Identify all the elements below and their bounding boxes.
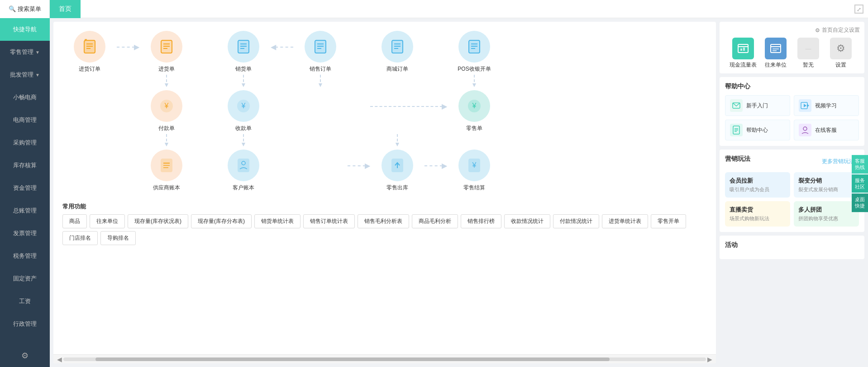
sidebar-item-invoice[interactable]: 发票管理 — [0, 222, 50, 245]
mkt-card-live[interactable]: 直播卖货 场景式购物新玩法 — [725, 201, 790, 227]
sidebar-item-label: 资金管理 — [13, 184, 37, 192]
cf-btn-sales-stat[interactable]: 销货单统计表 — [254, 214, 300, 228]
sidebar-item-ledger[interactable]: 总账管理 — [0, 199, 50, 222]
node-retail-settle[interactable]: ¥ 零售结算 — [447, 150, 501, 192]
qa-settings-btn[interactable]: ⚙ 首页自定义设置 — [815, 26, 860, 34]
scroll-left-btn[interactable]: ◀ — [56, 356, 63, 363]
cf-btn-receipt-stat[interactable]: 收款情况统计 — [504, 214, 550, 228]
node-label-purchase: 进货单 — [158, 65, 175, 73]
help-icon-video — [799, 99, 811, 112]
sidebar-item-wholesale[interactable]: 批发管理 ▼ — [0, 63, 50, 86]
scroll-right-btn[interactable]: ▶ — [706, 356, 714, 363]
cf-btn-guide-rank[interactable]: 导购排名 — [100, 231, 136, 245]
activity-title: 活动 — [725, 241, 859, 249]
node-icon-retail: ¥ — [458, 90, 490, 122]
sidebar-item-ecommerce[interactable]: 电商管理 — [0, 109, 50, 131]
mkt-card-group[interactable]: 多人拼团 拼团购物享受优惠 — [794, 201, 859, 227]
sidebar-item-salary[interactable]: 工资 — [0, 290, 50, 313]
qa-grid: 现金流量表 往来单位 — 暂无 ⚙ 设置 — [724, 38, 860, 69]
marketing: 营销玩法 更多营销玩法 > 会员拉新 吸引用户成为会员 裂变分销 裂变式发展分销… — [720, 150, 864, 232]
floating-buttons: 客服热线 服务社区 桌面快捷 — [852, 155, 868, 212]
node-purchase[interactable]: 进货单 — [139, 31, 194, 73]
help-item-beginner[interactable]: 新手入门 — [725, 95, 790, 116]
cf-btn-goods[interactable]: 商品 — [62, 214, 87, 228]
cf-btn-order-stat[interactable]: 销售订单统计表 — [303, 214, 355, 228]
workflow-scrollbar: ◀ ▶ — [53, 354, 716, 363]
cf-btn-goods-profit[interactable]: 商品毛利分析 — [412, 214, 458, 228]
node-customer-account[interactable]: 客户账本 — [216, 150, 271, 192]
node-icon-purchase-order — [74, 31, 105, 63]
qa-label-cashflow: 现金流量表 — [730, 61, 757, 69]
help-label-helpcenter: 帮助中心 — [746, 126, 768, 134]
node-sales-order[interactable]: 销售订单 — [293, 31, 348, 73]
cf-btn-sales-profit[interactable]: 销售毛利分析表 — [358, 214, 409, 228]
content-area: 进货订单 ▶ 进货单 — [50, 18, 868, 367]
chevron-down-icon: ▼ — [35, 72, 40, 77]
cf-btn-store-rank[interactable]: 门店排名 — [62, 231, 98, 245]
node-receipt[interactable]: ¥ 收款单 — [216, 90, 271, 132]
sidebar-item-tax[interactable]: 税务管理 — [0, 245, 50, 267]
float-btn-community[interactable]: 服务社区 — [852, 174, 868, 193]
svg-rect-40 — [238, 159, 249, 172]
help-item-online-support[interactable]: 在线客服 — [794, 120, 859, 140]
help-item-video[interactable]: 视频学习 — [794, 95, 859, 116]
sidebar-item-label: 工资 — [19, 297, 31, 305]
sidebar-settings-btn[interactable]: ⚙ — [0, 344, 50, 367]
node-sales[interactable]: 销货单 — [216, 31, 271, 73]
float-btn-desktop[interactable]: 桌面快捷 — [852, 193, 868, 212]
qa-item-partners[interactable]: 往来单位 — [761, 38, 790, 69]
qa-item-settings[interactable]: ⚙ 设置 — [826, 38, 855, 69]
node-label-retail-settle: 零售结算 — [463, 184, 485, 192]
cf-btn-sales-rank[interactable]: 销售排行榜 — [461, 214, 501, 228]
node-payment[interactable]: ¥ 付款单 — [139, 90, 194, 132]
node-icon-retail-out — [382, 150, 413, 181]
cf-btn-purchase-stat[interactable]: 进货单统计表 — [602, 214, 648, 228]
sidebar-item-retail[interactable]: 零售管理 ▼ — [0, 41, 50, 63]
home-tab[interactable]: 首页 — [50, 0, 81, 18]
sidebar-item-fixedassets[interactable]: 固定资产 — [0, 267, 50, 290]
help-item-helpcenter[interactable]: 帮助中心 — [725, 120, 790, 140]
help-icon-mail — [730, 99, 743, 112]
sidebar-item-label: 固定资产 — [13, 275, 37, 283]
mkt-desc-group: 拼团购物享受优惠 — [798, 215, 854, 222]
node-shop-order[interactable]: 商城订单 — [370, 31, 424, 73]
cf-btn-retail-order[interactable]: 零售开单 — [651, 214, 686, 228]
sidebar-item-purchase[interactable]: 采购管理 — [0, 131, 50, 154]
help-center-title: 帮助中心 — [725, 82, 859, 91]
float-label-support: 客服热线 — [855, 158, 865, 170]
sidebar-item-xiaochang[interactable]: 小畅电商 — [0, 86, 50, 109]
sidebar-item-quicknav[interactable]: 快捷导航 — [0, 18, 50, 41]
sidebar-item-finance[interactable]: 资金管理 — [0, 177, 50, 199]
mkt-card-member[interactable]: 会员拉新 吸引用户成为会员 — [725, 172, 790, 198]
node-pos[interactable]: POS收银开单 — [447, 31, 501, 73]
help-label-beginner: 新手入门 — [746, 102, 768, 110]
node-retail-out[interactable]: 零售出库 — [370, 150, 424, 192]
node-retail[interactable]: ¥ 零售单 — [447, 90, 501, 132]
mkt-desc-live: 场景式购物新玩法 — [730, 215, 786, 222]
node-supplier-account[interactable]: 供应商账本 — [139, 150, 194, 192]
node-label-payment: 付款单 — [158, 125, 175, 132]
float-label-community: 服务社区 — [855, 178, 865, 189]
sidebar-item-admin[interactable]: 行政管理 — [0, 313, 50, 335]
node-label-retail-out: 零售出库 — [386, 184, 408, 192]
cf-btn-stock2[interactable]: 现存量(库存分布表) — [191, 214, 252, 228]
mkt-card-fission[interactable]: 裂变分销 裂变式发展分销商 — [794, 172, 859, 198]
qa-icon-settings: ⚙ — [830, 38, 852, 59]
search-menu[interactable]: 🔍 搜索菜单 — [0, 0, 50, 18]
sidebar-item-inventory[interactable]: 库存核算 — [0, 154, 50, 177]
node-purchase-order[interactable]: 进货订单 — [62, 31, 117, 73]
float-btn-support[interactable]: 客服热线 — [852, 155, 868, 174]
svg-text:¥: ¥ — [164, 102, 169, 110]
node-icon-payment: ¥ — [151, 90, 182, 122]
node-label-supplier-account: 供应商账本 — [153, 184, 180, 192]
qa-item-cashflow[interactable]: 现金流量表 — [729, 38, 758, 69]
cf-btn-stock1[interactable]: 现存量(库存状况表) — [128, 214, 188, 228]
fullscreen-icon[interactable]: ⤢ — [854, 5, 863, 14]
scrollbar-track[interactable] — [63, 357, 706, 361]
cf-btn-partners[interactable]: 往来单位 — [90, 214, 125, 228]
sidebar-item-label: 小畅电商 — [13, 93, 37, 101]
chevron-down-icon: ▼ — [35, 50, 40, 55]
sidebar-item-label: 采购管理 — [13, 139, 37, 147]
node-icon-sales-order — [305, 31, 336, 63]
cf-btn-payment-stat[interactable]: 付款情况统计 — [553, 214, 599, 228]
